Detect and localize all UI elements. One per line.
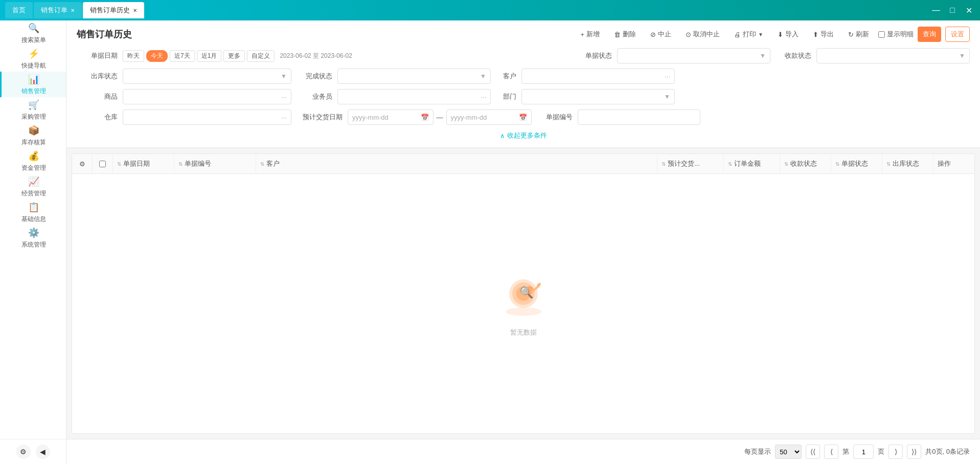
- bill-status-chevron-icon: ▼: [760, 52, 766, 59]
- select-all-checkbox[interactable]: [99, 161, 106, 167]
- sidebar-item-inventory[interactable]: 📦 库存核算: [0, 123, 66, 148]
- main-layout: 🔍 搜索菜单 ⚡ 快捷导航 📊 销售管理 🛒 采购管理 📦 库存核算 💰 资金管…: [0, 20, 980, 464]
- column-settings-icon[interactable]: ⚙: [79, 160, 85, 168]
- maximize-button[interactable]: □: [946, 4, 959, 16]
- sidebar-item-purchase-mgmt[interactable]: 🛒 采购管理: [0, 97, 66, 123]
- sidebar-item-quick-nav[interactable]: ⚡ 快捷导航: [0, 46, 66, 72]
- import-button[interactable]: ⬇ 导入: [772, 27, 804, 42]
- settings-button[interactable]: 设置: [945, 27, 970, 42]
- date-1month-btn[interactable]: 近1月: [197, 50, 222, 62]
- export-button[interactable]: ⬆ 导出: [808, 27, 839, 42]
- date-yesterday-btn[interactable]: 昨天: [123, 50, 144, 62]
- page-size-label: 每页显示: [744, 447, 771, 456]
- customer-label: 客户: [496, 72, 516, 81]
- bill-status-select[interactable]: ▼: [617, 48, 770, 63]
- print-icon: 🖨: [734, 31, 741, 38]
- warehouse-input[interactable]: ···: [123, 109, 291, 125]
- warehouse-dots: ···: [281, 114, 287, 121]
- sidebar-item-label: 系统管理: [21, 240, 46, 249]
- bill-status-label: 单据状态: [576, 51, 612, 60]
- svg-point-0: [506, 307, 541, 316]
- warehouse-label: 仓库: [77, 113, 118, 122]
- sort-customer-icon[interactable]: ⇅: [260, 161, 264, 167]
- tab-home[interactable]: 首页: [5, 2, 33, 18]
- sidebar-item-finance[interactable]: 💰 资金管理: [0, 148, 66, 174]
- sidebar-item-sys-mgmt[interactable]: ⚙️ 系统管理: [0, 225, 66, 251]
- sidebar-bottom: ⚙ ◀: [0, 439, 66, 464]
- table-area: ⚙ ⇅ 单据日期 ⇅ 单据编号 ⇅ 客户 ⇅: [72, 153, 975, 434]
- filter-row-2: 出库状态 ▼ 完成状态 ▼ 客户 ···: [77, 69, 970, 84]
- display-detail-checkbox[interactable]: [878, 31, 885, 38]
- th-settings[interactable]: ⚙: [72, 154, 93, 173]
- sort-amount-icon[interactable]: ⇅: [728, 161, 732, 167]
- customer-dots: ···: [665, 73, 670, 80]
- sidebar-item-search-menu[interactable]: 🔍 搜索菜单: [0, 20, 66, 46]
- next-page-button[interactable]: ⟩: [888, 445, 903, 459]
- th-expected-delivery: ⇅ 预计交货...: [657, 154, 724, 173]
- minimize-button[interactable]: —: [930, 4, 942, 16]
- window-controls: — □ ✕: [930, 4, 975, 16]
- search-menu-icon: 🔍: [28, 23, 39, 34]
- sidebar-item-base-info[interactable]: 📋 基础信息: [0, 200, 66, 225]
- delete-button[interactable]: 🗑 删除: [609, 27, 641, 42]
- page-go-label: 第: [842, 447, 849, 456]
- goods-input[interactable]: ···: [123, 89, 291, 104]
- close-tab-sales-order-history[interactable]: ✕: [133, 8, 137, 13]
- customer-input[interactable]: ···: [521, 69, 675, 84]
- base-info-icon: 📋: [28, 202, 39, 213]
- expected-delivery-to-input[interactable]: yyyy-mm-dd 📅: [446, 109, 532, 125]
- page-number-input[interactable]: [853, 445, 874, 459]
- close-tab-sales-order[interactable]: ✕: [71, 8, 75, 13]
- dept-select[interactable]: ▼: [521, 89, 675, 104]
- print-button[interactable]: 🖨 打印 ▼: [729, 27, 768, 42]
- refresh-button[interactable]: ↻ 刷新: [843, 27, 874, 42]
- table-header: ⚙ ⇅ 单据日期 ⇅ 单据编号 ⇅ 客户 ⇅: [72, 154, 974, 174]
- date-today-btn[interactable]: 今天: [146, 50, 168, 62]
- window-close-button[interactable]: ✕: [963, 4, 975, 16]
- page-size-select[interactable]: 10 20 50 100: [775, 445, 802, 459]
- collapse-button[interactable]: ∧ 收起更多条件: [77, 130, 970, 141]
- cancel-stop-icon: ⊙: [686, 31, 691, 38]
- add-button[interactable]: + 新增: [576, 27, 605, 42]
- sort-receipt-icon[interactable]: ⇅: [784, 161, 788, 167]
- total-info: 共0页, 0条记录: [925, 447, 970, 456]
- sidebar-item-label: 快捷导航: [21, 61, 46, 70]
- th-customer: ⇅ 客户: [256, 154, 657, 173]
- th-check[interactable]: [93, 154, 113, 173]
- complete-status-select[interactable]: ▼: [337, 69, 491, 84]
- th-delivery-status: ⇅ 出库状态: [882, 154, 933, 173]
- date-custom-btn[interactable]: 自定义: [247, 50, 275, 62]
- query-button[interactable]: 查询: [918, 27, 941, 42]
- sidebar-item-operations[interactable]: 📈 经营管理: [0, 174, 66, 200]
- bill-number-input[interactable]: [578, 109, 700, 125]
- sort-expected-icon[interactable]: ⇅: [662, 161, 666, 167]
- last-page-button[interactable]: ⟩⟩: [907, 445, 921, 459]
- sort-date-icon[interactable]: ⇅: [117, 161, 121, 167]
- sort-bill-icon[interactable]: ⇅: [835, 161, 839, 167]
- delete-icon: 🗑: [614, 31, 621, 38]
- sidebar-settings-button[interactable]: ⚙: [16, 445, 31, 459]
- sidebar-collapse-button[interactable]: ◀: [36, 445, 50, 459]
- tab-sales-order-history[interactable]: 销售订单历史 ✕: [83, 2, 144, 18]
- th-bill-status: ⇅ 单据状态: [831, 154, 882, 173]
- date-7days-btn[interactable]: 近7天: [170, 50, 195, 62]
- prev-page-button[interactable]: ⟨: [824, 445, 838, 459]
- sort-number-icon[interactable]: ⇅: [178, 161, 183, 167]
- sort-delivery-icon[interactable]: ⇅: [886, 161, 891, 167]
- sidebar-item-sales-mgmt[interactable]: 📊 销售管理: [0, 72, 66, 97]
- date-range-display: 2023-06-02 至 2023-06-02: [280, 52, 352, 60]
- date-more-btn[interactable]: 更多: [223, 50, 245, 62]
- receipt-status-select[interactable]: ▼: [816, 48, 970, 63]
- expected-delivery-from-input[interactable]: yyyy-mm-dd 📅: [348, 109, 434, 125]
- sidebar-item-label: 经营管理: [21, 189, 46, 198]
- salesperson-input[interactable]: ···: [337, 89, 491, 104]
- collapse-up-icon: ∧: [500, 132, 505, 140]
- first-page-button[interactable]: ⟨⟨: [806, 445, 820, 459]
- expected-delivery-range: yyyy-mm-dd 📅 — yyyy-mm-dd 📅: [348, 109, 532, 125]
- delivery-status-select[interactable]: ▼: [123, 69, 291, 84]
- complete-status-chevron-icon: ▼: [480, 73, 486, 80]
- sidebar-item-label: 资金管理: [21, 164, 46, 172]
- tab-sales-order[interactable]: 销售订单 ✕: [34, 2, 82, 18]
- stop-button[interactable]: ⊘ 中止: [645, 27, 676, 42]
- cancel-stop-button[interactable]: ⊙ 取消中止: [680, 27, 725, 42]
